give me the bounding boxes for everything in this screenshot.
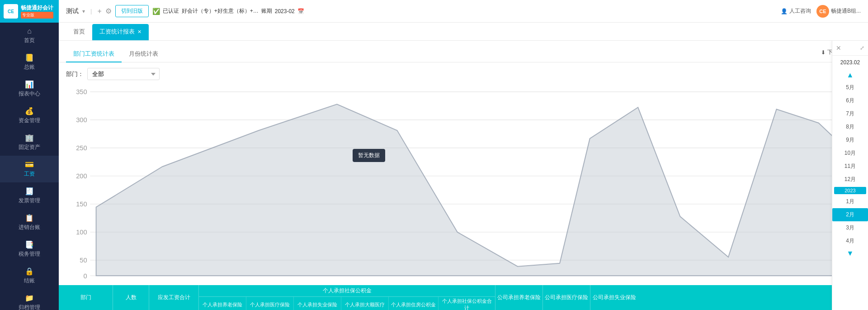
topbar: 测试 ▾ | + ⚙ 切到旧版 ✅ 已认证 好会计（专）+好生意（标）+… 账期… bbox=[59, 0, 868, 23]
svg-text:50: 50 bbox=[80, 257, 87, 264]
sidebar-item-funds[interactable]: 💰资金管理 bbox=[0, 102, 59, 129]
sidebar-label-reports: 报表中心 bbox=[19, 90, 40, 98]
right-panel-month-6[interactable]: 6月 bbox=[832, 94, 868, 107]
col-total-salary-label: 应发工资合计 bbox=[158, 294, 190, 301]
sidebar-icon-home: ⌂ bbox=[27, 27, 32, 35]
logo: CE 畅捷通好会计 专业版 bbox=[0, 0, 59, 23]
topbar-arrow: ▾ bbox=[82, 8, 85, 14]
sidebar-icon-assets: 🏢 bbox=[25, 134, 34, 142]
expand-icon[interactable]: ⤢ bbox=[860, 45, 864, 51]
chart-area: 350 300 250 200 150 100 50 0 暂无数据 bbox=[59, 86, 868, 285]
sidebar-item-invoice[interactable]: 🧾发票管理 bbox=[0, 182, 59, 209]
avatar: CE bbox=[816, 5, 829, 18]
sidebar-item-archive[interactable]: 📁归档管理 bbox=[0, 289, 59, 310]
sidebar-icon-tax: 📑 bbox=[25, 240, 34, 249]
status-text: 已认证 bbox=[163, 7, 179, 15]
col-dept-label: 部门 bbox=[80, 294, 91, 301]
sidebar-nav: ⌂首页📒总账📊报表中心💰资金管理🏢固定资产💳工资🧾发票管理📋进销台账📑税务管理🔒… bbox=[0, 23, 59, 310]
tab-salary-report[interactable]: 工资统计报表 ✕ bbox=[92, 24, 149, 40]
logo-icon: CE bbox=[4, 4, 18, 19]
right-panel-month-1[interactable]: 1月 bbox=[832, 195, 868, 208]
right-panel-down-nav[interactable]: ▼ bbox=[845, 248, 856, 259]
sidebar-item-assets[interactable]: 🏢固定资产 bbox=[0, 129, 59, 156]
right-panel-month-3[interactable]: 3月 bbox=[832, 221, 868, 234]
sidebar-label-sales: 进销台账 bbox=[19, 224, 40, 231]
tab-close-icon[interactable]: ✕ bbox=[137, 29, 142, 35]
subtab-dept-label: 部门工资统计表 bbox=[73, 50, 114, 57]
svg-text:250: 250 bbox=[76, 144, 87, 152]
col-company-medical: 公司承担医疗保险 bbox=[543, 285, 590, 310]
col-company-pension: 公司承担养老保险 bbox=[495, 285, 543, 310]
right-panel-date: 2023.02 bbox=[839, 56, 862, 69]
sidebar-icon-archive: 📁 bbox=[25, 294, 34, 302]
page-content: 部门工资统计表 月份统计表 ⬇ 下载 ↻ 刷新 部门： 全部 bbox=[59, 41, 868, 310]
sidebar-item-home[interactable]: ⌂首页 bbox=[0, 23, 59, 49]
consult-btn[interactable]: 👤 人工咨询 bbox=[781, 7, 811, 15]
svg-text:100: 100 bbox=[76, 229, 87, 236]
chart-area-path bbox=[96, 104, 855, 276]
gear-icon[interactable]: ⚙ bbox=[105, 7, 112, 15]
subtab-monthly[interactable]: 月份统计表 bbox=[122, 46, 165, 62]
table-header: 部门 人数 应发工资合计 个人承担社保公积金 个人承担养老保险 个人承担医疗保险… bbox=[59, 285, 868, 310]
right-panel-top: ✕ ⤢ bbox=[832, 41, 868, 56]
right-panel-month-5[interactable]: 5月 bbox=[832, 81, 868, 94]
subtab-dept[interactable]: 部门工资统计表 bbox=[66, 46, 122, 62]
filter-label: 部门： bbox=[66, 70, 84, 78]
sidebar-item-sales[interactable]: 📋进销台账 bbox=[0, 209, 59, 236]
topbar-title: 测试 bbox=[66, 7, 79, 15]
right-panel-year-2023: 2023 bbox=[834, 187, 866, 194]
right-panel: ✕ ⤢ 2023.02 ▲ 5月 6月 7月 8月 9月 10月 11月 12月… bbox=[832, 41, 868, 310]
sidebar-item-tax[interactable]: 📑税务管理 bbox=[0, 236, 59, 262]
sidebar-item-closing[interactable]: 🔒结账 bbox=[0, 262, 59, 289]
right-panel-close-btn[interactable]: ✕ bbox=[836, 44, 841, 52]
sidebar-label-home: 首页 bbox=[24, 37, 35, 44]
sidebar-icon-sales: 📋 bbox=[25, 214, 34, 222]
sidebar-label-tax: 税务管理 bbox=[19, 250, 40, 258]
tags-text: 好会计（专）+好生意（标）+… bbox=[182, 7, 259, 15]
svg-text:0: 0 bbox=[83, 272, 87, 280]
col-personal-total: 个人承担社保公积金合计 bbox=[439, 297, 495, 310]
col-personal-housing: 个人承担住房公积金 bbox=[389, 297, 439, 310]
col-dept: 部门 bbox=[59, 285, 113, 310]
right-panel-month-11[interactable]: 11月 bbox=[832, 160, 868, 173]
sidebar-label-salary: 工资 bbox=[24, 170, 35, 178]
sidebar-label-closing: 结账 bbox=[24, 277, 35, 285]
sidebar-item-salary[interactable]: 💳工资 bbox=[0, 156, 59, 182]
sidebar-icon-salary: 💳 bbox=[25, 160, 34, 169]
right-panel-up-nav[interactable]: ▲ bbox=[845, 69, 856, 81]
dept-select[interactable]: 全部 bbox=[87, 68, 160, 80]
tab-home[interactable]: 首页 bbox=[66, 24, 92, 40]
right-panel-month-8[interactable]: 8月 bbox=[832, 120, 868, 134]
sidebar-label-assets: 固定资产 bbox=[19, 143, 40, 151]
right-panel-month-2[interactable]: 2月 bbox=[832, 208, 868, 221]
user-info[interactable]: CE 畅捷通B组... bbox=[816, 5, 861, 18]
consult-label: 人工咨询 bbox=[789, 7, 811, 15]
col-people: 人数 bbox=[113, 285, 149, 310]
svg-text:300: 300 bbox=[76, 116, 87, 124]
col-company-unemployment-label: 公司承担失业保险 bbox=[593, 294, 636, 301]
sidebar-icon-closing: 🔒 bbox=[25, 267, 34, 276]
plus-icon[interactable]: + bbox=[97, 7, 101, 15]
calendar-icon[interactable]: 📅 bbox=[297, 8, 304, 14]
tab-salary-report-label: 工资统计报表 bbox=[99, 28, 135, 36]
sidebar-label-ledger: 总账 bbox=[24, 63, 35, 71]
right-panel-month-12[interactable]: 12月 bbox=[832, 173, 868, 186]
logo-text-block: 畅捷通好会计 专业版 bbox=[21, 4, 53, 19]
right-panel-month-7[interactable]: 7月 bbox=[832, 107, 868, 120]
logo-abbr: CE bbox=[8, 9, 14, 14]
switch-old-btn[interactable]: 切到旧版 bbox=[115, 5, 149, 17]
right-panel-month-9[interactable]: 9月 bbox=[832, 134, 868, 147]
col-group-personal-cells: 个人承担养老保险 个人承担医疗保险 个人承担失业保险 个人承担大额医疗 个人承担… bbox=[199, 297, 495, 310]
period-value: 2023-02 bbox=[275, 8, 295, 14]
sidebar: CE 畅捷通好会计 专业版 ⌂首页📒总账📊报表中心💰资金管理🏢固定资产💳工资🧾发… bbox=[0, 0, 59, 310]
col-total-salary: 应发工资合计 bbox=[149, 285, 199, 310]
right-panel-month-4[interactable]: 4月 bbox=[832, 234, 868, 248]
topbar-status: ✅ 已认证 好会计（专）+好生意（标）+… 账期 2023-02 📅 bbox=[152, 7, 304, 15]
sidebar-item-reports[interactable]: 📊报表中心 bbox=[0, 76, 59, 102]
download-icon: ⬇ bbox=[821, 49, 826, 56]
logo-badge: 专业版 bbox=[21, 12, 53, 19]
col-people-label: 人数 bbox=[126, 294, 137, 301]
right-panel-month-10[interactable]: 10月 bbox=[832, 147, 868, 160]
sidebar-item-ledger[interactable]: 📒总账 bbox=[0, 49, 59, 76]
tabbar: 首页 工资统计报表 ✕ bbox=[59, 23, 868, 41]
